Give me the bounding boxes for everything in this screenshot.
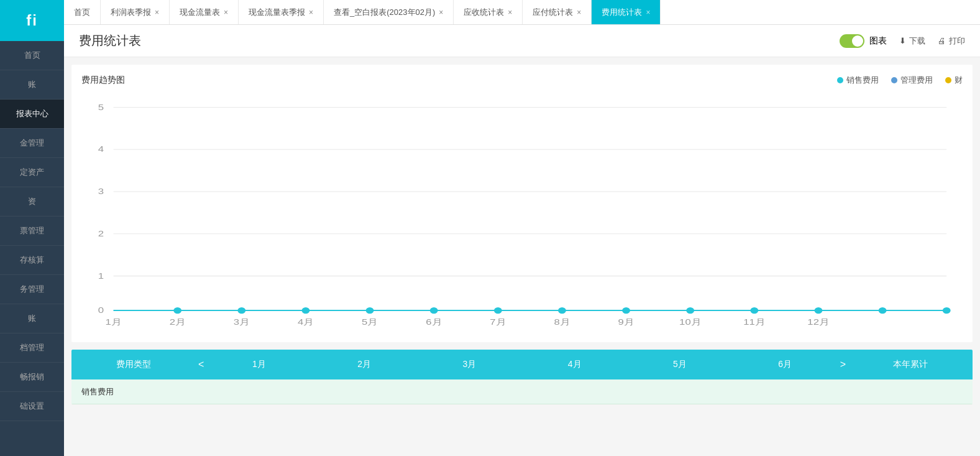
table-header: 费用类型 < 1月 2月 3月 4月 5月 6月: [71, 350, 973, 379]
sidebar-item-inventory[interactable]: 存核算: [0, 246, 64, 275]
svg-text:10月: 10月: [679, 317, 701, 326]
table-prev-button[interactable]: <: [196, 359, 206, 370]
svg-point-15: [302, 307, 310, 314]
legend-sales: 销售费用: [837, 75, 879, 86]
sidebar-item-archives[interactable]: 档管理: [0, 333, 64, 363]
page-header: 费用统计表 图表 ⬇ 下载 🖨 打印: [64, 25, 980, 57]
svg-point-24: [879, 307, 887, 314]
svg-point-20: [622, 307, 630, 314]
sidebar-item-services[interactable]: 务管理: [0, 275, 64, 304]
sidebar-item-tickets[interactable]: 票管理: [0, 216, 64, 246]
svg-point-21: [686, 307, 694, 314]
svg-text:5: 5: [98, 102, 104, 111]
svg-text:11月: 11月: [743, 317, 765, 326]
toggle-label: 图表: [869, 35, 887, 47]
td-m4: [524, 387, 631, 397]
sidebar-item-expense[interactable]: 畅报销: [0, 363, 64, 392]
th-month1: 1月: [206, 359, 311, 370]
download-icon: ⬇: [899, 36, 906, 45]
tab-receivable-close[interactable]: ×: [508, 8, 512, 17]
tab-bar: 首页 利润表季报 × 现金流量表 × 现金流量表季报 × 查看_空白报表(202…: [64, 0, 980, 25]
tab-cashflow[interactable]: 现金流量表 ×: [170, 0, 239, 25]
tab-receivable[interactable]: 应收统计表 ×: [454, 0, 523, 25]
print-button[interactable]: 🖨 打印: [938, 35, 965, 47]
sidebar-item-account[interactable]: 账: [0, 70, 64, 100]
chart-title: 费用趋势图: [81, 75, 125, 86]
svg-point-25: [943, 307, 951, 314]
svg-point-17: [430, 307, 438, 314]
tab-payable[interactable]: 应付统计表 ×: [523, 0, 592, 25]
chart-area: 5 4 3 2 1 0: [81, 96, 963, 332]
th-month3: 3月: [417, 359, 522, 370]
tab-home[interactable]: 首页: [64, 0, 101, 25]
svg-text:1月: 1月: [106, 317, 122, 326]
tab-cashflow-quarterly-close[interactable]: ×: [309, 8, 313, 17]
legend-admin-dot: [891, 77, 897, 83]
svg-text:2: 2: [98, 229, 104, 238]
legend-finance-label: 财: [955, 75, 963, 86]
tab-expense-stats[interactable]: 费用统计表 ×: [592, 0, 661, 25]
tab-cashflow-close[interactable]: ×: [224, 8, 228, 17]
th-month4: 4月: [522, 359, 627, 370]
tab-blank-report[interactable]: 查看_空白报表(2023年02月) ×: [324, 0, 454, 25]
download-button[interactable]: ⬇ 下载: [899, 35, 925, 47]
tab-cashflow-label: 现金流量表: [180, 7, 220, 18]
svg-text:5月: 5月: [362, 317, 378, 326]
td-m6: [739, 387, 846, 397]
sidebar-item-ledger[interactable]: 账: [0, 304, 64, 333]
tab-expense-stats-label: 费用统计表: [602, 7, 642, 18]
th-month3-label: 3月: [462, 359, 476, 369]
tab-blank-report-close[interactable]: ×: [439, 8, 443, 17]
tab-profit-quarterly[interactable]: 利润表季报 ×: [101, 0, 170, 25]
table-next-button[interactable]: >: [838, 359, 848, 370]
sidebar-item-home[interactable]: 首页: [0, 41, 64, 70]
chart-title-row: 费用趋势图 销售费用 管理费用 财: [81, 75, 963, 86]
main-area: 首页 利润表季报 × 现金流量表 × 现金流量表季报 × 查看_空白报表(202…: [64, 0, 980, 456]
sidebar-logo: fi: [0, 0, 64, 41]
sidebar-item-reports[interactable]: 报表中心: [0, 100, 64, 129]
th-type: 费用类型: [71, 359, 196, 370]
tab-profit-quarterly-close[interactable]: ×: [155, 8, 159, 17]
svg-text:1: 1: [98, 271, 104, 280]
tab-payable-close[interactable]: ×: [577, 8, 581, 17]
chart-toggle[interactable]: [840, 34, 864, 48]
svg-text:4: 4: [98, 144, 104, 154]
sidebar-item-assets[interactable]: 定资产: [0, 158, 64, 187]
sidebar: fi 首页 账 报表中心 金管理 定资产 资 票管理 存核算 务管理 账 档管理…: [0, 0, 64, 456]
chart-section: 费用趋势图 销售费用 管理费用 财: [71, 65, 973, 342]
tab-cashflow-quarterly-label: 现金流量表季报: [249, 7, 305, 18]
chart-legend: 销售费用 管理费用 财: [837, 75, 963, 86]
legend-admin-label: 管理费用: [900, 75, 933, 86]
sidebar-item-settings[interactable]: 础设置: [0, 392, 64, 421]
th-month2: 2月: [312, 359, 417, 370]
toggle-wrap: 图表: [840, 34, 887, 48]
svg-point-22: [750, 307, 758, 314]
td-m2: [310, 387, 417, 397]
legend-admin: 管理费用: [891, 75, 933, 86]
svg-text:8月: 8月: [554, 317, 570, 326]
svg-point-16: [366, 307, 374, 314]
page-content: 费用统计表 图表 ⬇ 下载 🖨 打印 费用趋势图: [64, 25, 980, 456]
legend-sales-label: 销售费用: [846, 75, 879, 86]
table-section: 费用类型 < 1月 2月 3月 4月 5月 6月: [71, 350, 973, 404]
sidebar-item-cash[interactable]: 金管理: [0, 129, 64, 158]
sidebar-item-capital[interactable]: 资: [0, 187, 64, 216]
tab-expense-stats-close[interactable]: ×: [646, 8, 650, 17]
legend-finance: 财: [945, 75, 963, 86]
svg-point-13: [173, 307, 181, 314]
svg-text:6月: 6月: [426, 317, 442, 326]
td-m1: [203, 387, 310, 397]
tab-profit-quarterly-label: 利润表季报: [111, 7, 151, 18]
svg-text:3: 3: [98, 187, 104, 196]
tab-home-label: 首页: [74, 7, 90, 18]
header-actions: 图表 ⬇ 下载 🖨 打印: [840, 34, 965, 48]
chart-svg: 5 4 3 2 1 0: [81, 96, 963, 332]
th-month5: 5月: [627, 359, 732, 370]
th-month6-label: 6月: [778, 359, 792, 369]
tab-blank-report-label: 查看_空白报表(2023年02月): [334, 7, 435, 18]
tab-cashflow-quarterly[interactable]: 现金流量表季报 ×: [239, 0, 324, 25]
print-label: 打印: [949, 35, 965, 47]
td-total: [846, 387, 973, 397]
th-month4-label: 4月: [568, 359, 582, 369]
print-icon: 🖨: [938, 36, 946, 45]
